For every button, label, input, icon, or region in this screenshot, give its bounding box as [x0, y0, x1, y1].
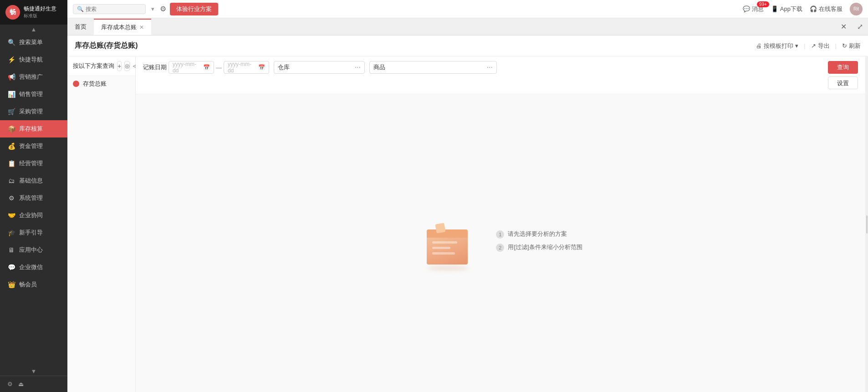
page-title: 库存总账(存货总账) — [75, 41, 138, 51]
panel-expand-btn[interactable]: ⤢ — [852, 18, 868, 36]
topbar-settings-icon[interactable]: ⚙ — [160, 5, 166, 13]
message-icon: 💬 — [743, 5, 750, 12]
empty-state: 1 请先选择要分析的方案 2 用[过滤]条件来缩小分析范围 — [136, 94, 865, 392]
filter-label: 按以下方案查询 — [73, 62, 114, 70]
member-icon: 👑 — [7, 280, 15, 289]
refresh-icon: ↻ — [842, 42, 847, 49]
topbar-right: 💬 消息 99+ 📱 App下载 🎧 在线客服 Rit — [743, 3, 863, 15]
system-icon: ⚙ — [7, 194, 15, 202]
topbar-search-box[interactable]: 🔍 — [73, 4, 146, 14]
export-icon: ↗ — [811, 42, 816, 49]
filter-add-btn[interactable]: + — [117, 61, 122, 71]
scroll-down-btn[interactable]: ▼ — [0, 367, 67, 376]
sidebar-item-finance[interactable]: 💰 资金管理 — [0, 137, 67, 155]
export-btn[interactable]: ↗ 导出 — [811, 42, 830, 50]
scheme-item-inventory[interactable]: 存货总账 — [67, 76, 135, 92]
message-badge: 99+ — [757, 1, 769, 7]
main-area: 🔍 ▾ ⚙ 体验行业方案 💬 消息 99+ 📱 App下载 🎧 在线客服 Rit — [67, 0, 868, 392]
tab-inventory-ledger[interactable]: 库存成本总账 ✕ — [94, 19, 151, 35]
box-lid — [427, 229, 468, 238]
search-icon: 🔍 — [7, 38, 15, 46]
calendar-end-icon[interactable]: 📅 — [258, 64, 265, 71]
sidebar-item-search[interactable]: 🔍 搜索菜单 — [0, 34, 67, 51]
empty-text: 1 请先选择要分析的方案 2 用[过滤]条件来缩小分析范围 — [496, 230, 582, 256]
finance-icon: 💰 — [7, 142, 15, 150]
coop-icon: 🤝 — [7, 211, 15, 219]
panel-close-btn[interactable]: ✕ — [835, 18, 852, 36]
sidebar-item-system[interactable]: ⚙ 系统管理 — [0, 189, 67, 207]
page-content: 库存总账(存货总账) 🖨 按模板打印 ▾ | ↗ 导出 | ↻ 刷新 — [67, 36, 868, 392]
shortcut-icon: ⚡ — [7, 56, 15, 64]
sidebar-scroll: 🔍 搜索菜单 ⚡ 快捷导航 📢 营销推广 📊 销售管理 🛒 采购管理 📦 库存核… — [0, 34, 67, 367]
sidebar-item-inventory[interactable]: 📦 库存核算 — [0, 120, 67, 137]
user-avatar: Rit — [850, 3, 863, 15]
search-input[interactable] — [86, 6, 140, 12]
app-version: 标准版 — [24, 13, 56, 19]
date-end-input[interactable]: yyyy-mm-dd 📅 — [224, 61, 269, 74]
dropdown-icon[interactable]: ▾ — [151, 5, 154, 12]
sidebar-item-wechat[interactable]: 💬 企业微信 — [0, 259, 67, 276]
logo-icon: 畅 — [5, 5, 20, 20]
sidebar: 畅 畅捷通好生意 标准版 ▲ 🔍 搜索菜单 ⚡ 快捷导航 📢 营销推广 📊 销售… — [0, 0, 67, 392]
date-start-input[interactable]: yyyy-mm-dd 📅 — [168, 61, 214, 74]
sidebar-item-basic[interactable]: 🗂 基础信息 — [0, 172, 67, 189]
sidebar-bottom: ⚙ ⏏ — [0, 376, 67, 392]
filter-controls: 记账日期 yyyy-mm-dd 📅 — yyyy-mm-dd 📅 — [143, 61, 823, 74]
tab-close-btn[interactable]: ✕ — [139, 24, 144, 31]
sidebar-logo: 畅 畅捷通好生意 标准版 — [0, 0, 67, 25]
refresh-btn[interactable]: ↻ 刷新 — [842, 42, 861, 50]
print-dropdown-icon[interactable]: ▾ — [795, 42, 798, 49]
speaker-icon[interactable]: ⏏ — [18, 381, 24, 387]
box-body — [427, 235, 468, 265]
schema-icon: ◎ — [125, 63, 129, 69]
print-btn[interactable]: 🖨 按模板打印 ▾ — [756, 42, 798, 50]
warehouse-more-icon[interactable]: ··· — [355, 63, 361, 71]
settings-btn[interactable]: 设置 — [828, 76, 858, 89]
right-content: 记账日期 yyyy-mm-dd 📅 — yyyy-mm-dd 📅 — [136, 56, 865, 392]
filter-schema-btn[interactable]: ◎ — [124, 61, 130, 71]
message-btn[interactable]: 💬 消息 99+ — [743, 5, 764, 13]
sidebar-item-member[interactable]: 👑 畅会员 — [0, 276, 67, 293]
sidebar-item-marketing[interactable]: 📢 营销推广 — [0, 68, 67, 86]
headset-icon: 🎧 — [810, 5, 817, 12]
resize-handle — [866, 215, 868, 234]
basic-icon: 🗂 — [7, 177, 15, 185]
content-wrapper: 按以下方案查询 + ◎ ≪ 存货总账 — [67, 56, 868, 392]
user-area[interactable]: Rit — [850, 3, 863, 15]
panel-toggle: ✕ ⤢ — [835, 18, 868, 36]
topbar: 🔍 ▾ ⚙ 体验行业方案 💬 消息 99+ 📱 App下载 🎧 在线客服 Rit — [67, 0, 868, 18]
search-icon: 🔍 — [77, 6, 84, 12]
wechat-icon: 💬 — [7, 263, 15, 271]
scroll-up-btn[interactable]: ▲ — [0, 25, 67, 34]
tab-home[interactable]: 首页 — [67, 19, 94, 35]
page-actions: 🖨 按模板打印 ▾ | ↗ 导出 | ↻ 刷新 — [756, 42, 861, 50]
sidebar-item-operation[interactable]: 📋 经营管理 — [0, 155, 67, 172]
calendar-start-icon[interactable]: 📅 — [203, 64, 210, 71]
product-more-icon[interactable]: ··· — [487, 63, 493, 71]
empty-step-2: 2 用[过滤]条件来缩小分析范围 — [496, 243, 582, 252]
sidebar-item-guide[interactable]: 🎓 新手引导 — [0, 224, 67, 241]
settings-icon[interactable]: ⚙ — [7, 381, 13, 387]
scheme-panel: 按以下方案查询 + ◎ ≪ 存货总账 — [67, 56, 136, 392]
query-btn[interactable]: 查询 — [828, 61, 858, 74]
filter-header: 按以下方案查询 + ◎ ≪ — [67, 56, 135, 76]
app-download-btn[interactable]: 📱 App下载 — [771, 5, 802, 13]
filter-row: 记账日期 yyyy-mm-dd 📅 — yyyy-mm-dd 📅 — [136, 56, 865, 94]
page-header: 库存总账(存货总账) 🖨 按模板打印 ▾ | ↗ 导出 | ↻ 刷新 — [67, 36, 868, 56]
sidebar-item-purchase[interactable]: 🛒 采购管理 — [0, 103, 67, 120]
phone-icon: 📱 — [771, 5, 778, 12]
sales-icon: 📊 — [7, 90, 15, 98]
sidebar-item-shortcut[interactable]: ⚡ 快捷导航 — [0, 51, 67, 68]
sidebar-item-apps[interactable]: 🖥 应用中心 — [0, 241, 67, 259]
marketing-icon: 📢 — [7, 73, 15, 81]
online-service-btn[interactable]: 🎧 在线客服 — [810, 5, 842, 13]
apps-icon: 🖥 — [7, 246, 15, 254]
tabbar: 首页 库存成本总账 ✕ ✕ ⤢ — [67, 18, 868, 36]
product-filter[interactable]: 商品 ··· — [369, 61, 497, 74]
sidebar-item-coop[interactable]: 🤝 企业协同 — [0, 207, 67, 224]
right-edge-panel[interactable] — [865, 56, 868, 392]
warehouse-filter[interactable]: 仓库 ··· — [274, 61, 365, 74]
industry-btn[interactable]: 体验行业方案 — [170, 3, 218, 15]
guide-icon: 🎓 — [7, 229, 15, 237]
sidebar-item-sales[interactable]: 📊 销售管理 — [0, 86, 67, 103]
